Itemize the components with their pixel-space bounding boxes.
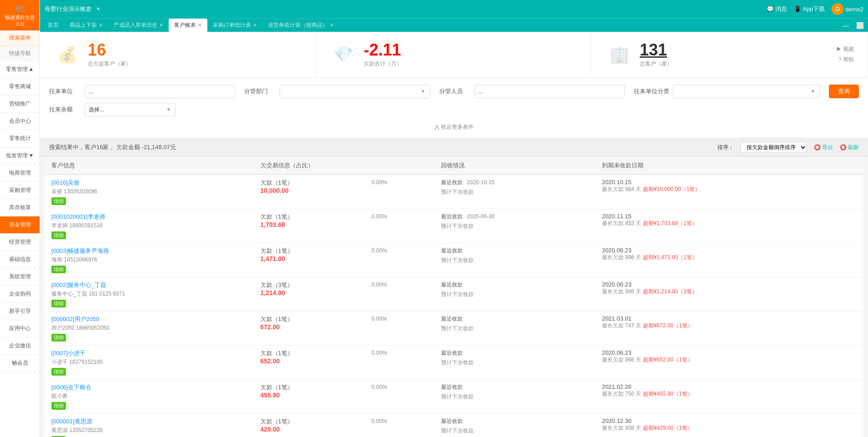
overdue-days: 最长欠款 998 天 [602,357,643,363]
overdue-link[interactable]: 超期¥10,000.00（1笔） [643,186,701,192]
overdue-link[interactable]: 超期¥672.00（1笔） [643,322,693,329]
sidebar-item-marketing[interactable]: 营销推广 [0,95,40,113]
sort-label: 排序： [717,144,734,151]
sidebar-item-ecommerce[interactable]: 电商管理 [0,165,40,182]
collapse-row[interactable]: ⋀ 收起更多条件 [49,121,859,133]
customer-name-link[interactable]: [000001]黄思源 [51,417,247,426]
debt-info-cell: 欠款（1笔） 10,000.00 [254,175,365,209]
overdue-days: 最长欠款 747 天 [602,322,643,329]
table-body: [0016]吴俊 吴俊 13026203696 现销 欠款（1笔） 10,000… [45,175,863,437]
overdue-link[interactable]: 超期¥652.00（1笔） [643,357,693,363]
tab-collapse-btn[interactable]: — [841,21,851,30]
tab-customer-account-close[interactable]: ✕ [198,22,202,28]
filter-unit-class-select[interactable]: ▼ [673,85,820,98]
debt-pct: 0.00% [371,247,387,254]
total-customers-label: 总客户（家） [640,60,672,68]
tag-xian: 现销 [51,334,66,342]
filter-from-unit-input[interactable]: ... [85,85,235,98]
filter-person-dots: ... [479,88,483,95]
sidebar-item-finance[interactable]: 资金管理 [0,216,40,234]
customer-sub: 小进千 18279152100 [51,358,247,366]
app-download-btn[interactable]: 📱 App下载 [794,5,825,13]
overdue-link[interactable]: 超期¥1,214.00（3笔） [643,288,697,295]
customer-name-link[interactable]: [0016]吴俊 [51,179,247,187]
customer-info-cell: [0002]服务中心_丁磊 服务中心_丁磊 181 0125 8371 现销 [45,277,254,311]
filter-balance-select[interactable]: 选择... ▼ [85,103,176,116]
sidebar-item-inventory[interactable]: 库存核算 [0,199,40,216]
sidebar-item-operation[interactable]: 经营管理 [0,234,40,251]
overdue-link[interactable]: 超期¥455.90（1笔） [643,391,693,397]
tab-production-history-close[interactable]: ✕ [159,22,163,28]
customer-name-link[interactable]: [000002]用户2050 [51,315,247,323]
tab-production-history[interactable]: 产成品入库单历史 ✕ [108,19,169,32]
export-btn[interactable]: ⭕ 导出 [814,144,833,151]
overdue-days: 最长欠款 998 天 [602,288,643,295]
recover-cell: 最近收款 预计下次收款 [434,277,595,311]
tab-incoming-stat-close[interactable]: ✕ [330,22,334,28]
dropdown-arrow-header[interactable]: ▼ [95,6,101,12]
tab-customer-account[interactable]: 客户账本 ✕ [169,19,207,32]
tab-home[interactable]: 首页 [42,19,64,32]
overdue-link[interactable]: 超期¥1,703.68（1笔） [643,220,697,226]
sidebar-item-corp-wechat[interactable]: 企业微信 [0,337,40,355]
due-date-cell: 2020.12.30 最长欠款 808 天 超期¥429.00（1笔） [595,414,863,437]
video-btn[interactable]: ▶ 视频 [836,45,854,53]
sidebar-item-basic-info[interactable]: 基础信息 [0,251,40,268]
sidebar-item-new-guide[interactable]: 新手引导 [0,303,40,320]
customer-name-link[interactable]: [0007]小进千 [51,349,247,357]
customer-name-link[interactable]: [0001020001]李老师 [51,213,247,221]
due-date: 2020.06.23 [602,281,857,288]
sidebar-item-app-center[interactable]: 应用中心 [0,320,40,337]
debt-info-cell: 欠款（1笔） 455.90 [254,380,365,414]
recover-last-label: 最近收款 [441,316,463,322]
overdue-link[interactable]: 超期¥429.00（1笔） [643,425,693,431]
sort-select[interactable]: 按欠款金额倒序排序 [741,142,807,153]
customer-name-link[interactable]: [0003]畅捷服务尹海燕 [51,247,247,255]
sidebar-item-member[interactable]: 会员中心 [0,113,40,130]
filter-person-label: 分管人员 [439,87,471,95]
customer-name-link[interactable]: [0002]服务中心_丁磊 [51,281,247,289]
tab-products-close[interactable]: ✕ [99,22,103,28]
sidebar-item-system[interactable]: 系统管理 [0,268,40,286]
tab-actions: — ⬜ [841,21,866,30]
refresh-icon: ⭕ [840,144,847,151]
sidebar-item-retail-store[interactable]: 零售商城 [0,78,40,95]
message-btn[interactable]: 💬 消息 [767,5,788,13]
logo-subtitle: 示底 [2,21,38,27]
tab-expand-btn[interactable]: ⬜ [854,21,866,30]
debt-amount-info: -2.11 欠款合计（万） [364,42,402,68]
customer-name-link[interactable]: [0006]去下粮仓 [51,383,247,392]
sidebar-item-member-vip[interactable]: 畅会员 [0,355,40,372]
sidebar-item-batch-manage[interactable]: 批发管理▼ [0,147,40,165]
filter-dept-select[interactable]: ▼ [280,85,430,98]
sidebar-item-corp-collab[interactable]: 企业协同 [0,286,40,303]
filter-from-unit: 往来单位 ... [49,85,235,98]
col-debt-info: 欠交易信息（占比） [254,157,435,175]
overdue-link[interactable]: 超期¥1,471.00（1笔） [643,254,697,261]
sidebar-item-retail-manage[interactable]: 零售管理▲ [0,61,40,78]
debt-pct: 0.00% [371,418,387,424]
recover-cell: 最近收款 预计下次收款 [434,346,595,380]
filter-person-input[interactable]: ... [475,85,625,98]
due-date: 2020.11.15 [602,213,857,220]
refresh-btn[interactable]: ⭕ 刷新 [840,144,859,151]
help-btn[interactable]: ? 帮助 [838,56,854,64]
tab-incoming-stat[interactable]: 进货单统计表（按商品） ✕ [262,19,339,32]
debt-amount-cell: 672.00 [261,323,358,331]
recover-date: 2020-06-30 [467,213,495,220]
search-menu-item[interactable]: 搜索菜单 [0,30,40,46]
debt-count: 欠款（1笔） [261,247,358,255]
search-button[interactable]: 查询 [829,85,859,98]
debt-pct-cell: 0.00% [365,175,434,209]
debt-amount-cell: 652.00 [261,357,358,365]
stat-card-total-customers: 🏢 131 总客户（家） ▶ 视频 ? 帮助 [592,32,868,77]
sidebar-item-retail-stat[interactable]: 零售统计 [0,130,40,147]
tab-products[interactable]: 商品上下架 ✕ [64,19,108,32]
stats-row: 💰 16 总欠款客户（家） 💎 -2.11 欠款合计（万） 🏢 131 总客户（… [40,32,868,78]
debt-amount-cell: 1,471.00 [261,255,358,262]
tab-purchase-order[interactable]: 采购订单统计表 ✕ [207,19,262,32]
user-avatar[interactable]: D demo2 [832,3,863,15]
sidebar: 🛒 畅捷通好生意 示底 搜索菜单 快捷导航 零售管理▲ 零售商城 营销推广 会员… [0,0,40,437]
tab-purchase-order-close[interactable]: ✕ [253,22,257,28]
sidebar-item-purchase[interactable]: 采购管理 [0,182,40,199]
